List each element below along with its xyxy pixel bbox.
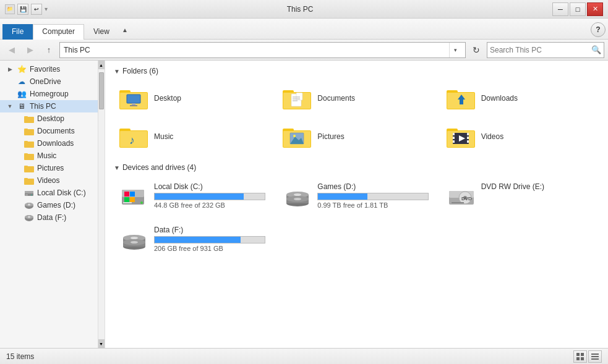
data-drive-icon	[119, 226, 149, 255]
address-dropdown-icon[interactable]: ▾	[449, 43, 461, 57]
drive-item-e[interactable]: DVD DVD RW Drive (E:)	[441, 178, 599, 216]
svg-rect-6	[24, 154, 34, 160]
drive-info-e: DVD RW Drive (E:)	[481, 182, 594, 191]
pictures-folder-icon	[283, 124, 312, 149]
music-folder-icon: ♪	[119, 124, 149, 149]
drives-grid: Local Disk (C:) 44.8 GB free of 232 GB	[114, 178, 599, 260]
address-bar[interactable]: This PC ▾	[59, 42, 466, 58]
svg-text:♪: ♪	[129, 134, 135, 146]
app-icon: 📁	[5, 4, 15, 14]
folder-item-videos[interactable]: Videos	[441, 120, 599, 153]
search-box[interactable]: 🔍	[487, 42, 604, 58]
favorites-icon: ⭐	[16, 65, 27, 74]
svg-rect-1	[24, 116, 28, 117]
refresh-button[interactable]: ↻	[468, 42, 484, 58]
ribbon: File Computer View ▲ ?	[0, 19, 608, 40]
svg-rect-7	[24, 153, 28, 154]
devices-header-label: Devices and drives (4)	[122, 163, 196, 172]
svg-point-18	[28, 204, 30, 206]
svg-rect-13	[25, 191, 33, 193]
sidebar-item-homegroup[interactable]: 👥 Homegroup	[0, 88, 98, 100]
drive-item-c[interactable]: Local Disk (C:) 44.8 GB free of 232 GB	[114, 178, 272, 216]
sidebar-item-localdisk[interactable]: Local Disk (C:)	[0, 187, 98, 199]
drive-item-d[interactable]: Games (D:) 0.99 TB free of 1.81 TB	[277, 178, 435, 216]
sidebar-label: Music	[37, 151, 56, 160]
scroll-thumb[interactable]	[99, 72, 104, 109]
drive-info-f: Data (F:) 206 GB free of 931 GB	[154, 226, 267, 252]
drive-info-d: Games (D:) 0.99 TB free of 1.81 TB	[317, 182, 430, 209]
local-disk-icon	[119, 182, 149, 212]
qat-undo[interactable]: ↩	[31, 4, 42, 15]
sidebar-item-onedrive[interactable]: ☁ OneDrive	[0, 75, 98, 88]
ribbon-collapse-icon[interactable]: ▲	[119, 22, 131, 37]
drive-icon	[24, 188, 35, 197]
scroll-down-button[interactable]: ▼	[98, 339, 105, 348]
svg-point-86	[131, 241, 138, 243]
folder-item-pictures[interactable]: Pictures	[277, 120, 435, 153]
tab-computer[interactable]: Computer	[33, 24, 84, 40]
search-input[interactable]	[490, 46, 591, 54]
svg-rect-65	[130, 192, 135, 197]
sidebar-item-pictures[interactable]: Pictures	[0, 162, 98, 174]
qat-save[interactable]: 💾	[17, 4, 28, 15]
sidebar-item-videos[interactable]: Videos	[0, 174, 98, 187]
maximize-button[interactable]: □	[570, 2, 586, 16]
help-button[interactable]: ?	[591, 22, 606, 37]
svg-text:DVD: DVD	[461, 196, 472, 201]
scroll-track	[98, 69, 105, 339]
sidebar-item-thispc[interactable]: ▼ 🖥 This PC	[0, 100, 98, 112]
svg-rect-90	[581, 357, 584, 360]
folders-section-header[interactable]: ▼ Folders (6)	[114, 67, 599, 75]
sidebar-item-documents[interactable]: Documents	[0, 125, 98, 137]
statusbar: 15 items	[0, 348, 608, 364]
back-button[interactable]: ◀	[4, 42, 20, 58]
sidebar-item-desktop[interactable]: Desktop	[0, 112, 98, 125]
sidebar-item-games[interactable]: Games (D:)	[0, 199, 98, 211]
svg-rect-4	[24, 142, 34, 148]
homegroup-icon: 👥	[16, 90, 27, 98]
minimize-button[interactable]: ─	[552, 2, 568, 16]
svg-rect-25	[127, 95, 140, 103]
folder-name: Downloads	[481, 94, 518, 103]
devices-section-header[interactable]: ▼ Devices and drives (4)	[114, 163, 599, 172]
folder-icon	[24, 176, 35, 185]
sidebar: ▶ ⭐ Favorites ☁ OneDrive 👥 Homegroup ▼ 🖥…	[0, 61, 98, 348]
svg-rect-2	[24, 129, 34, 135]
details-view-button[interactable]	[588, 350, 602, 363]
forward-button[interactable]: ▶	[22, 42, 38, 58]
folder-name: Videos	[481, 132, 503, 141]
sidebar-item-data[interactable]: Data (F:)	[0, 211, 98, 224]
view-icons	[573, 350, 602, 363]
drive-fill-c	[155, 193, 244, 200]
sidebar-label: Desktop	[37, 114, 64, 123]
sidebar-label: Videos	[37, 176, 59, 185]
sidebar-item-downloads[interactable]: Downloads	[0, 137, 98, 150]
svg-rect-8	[24, 166, 34, 172]
scroll-up-button[interactable]: ▲	[98, 61, 105, 69]
folder-icon	[24, 151, 35, 160]
folder-item-downloads[interactable]: Downloads	[441, 82, 599, 115]
tab-file[interactable]: File	[2, 24, 33, 40]
folder-item-desktop[interactable]: Desktop	[114, 82, 272, 115]
sidebar-item-favorites[interactable]: ▶ ⭐ Favorites	[0, 63, 98, 75]
sidebar-label: This PC	[30, 102, 56, 111]
address-text: This PC	[64, 46, 449, 54]
drive-size-c: 44.8 GB free of 232 GB	[154, 201, 267, 209]
tab-view[interactable]: View	[84, 24, 119, 40]
sidebar-label: Games (D:)	[37, 201, 75, 210]
svg-rect-55	[453, 137, 455, 139]
expand-icon: ▼	[6, 103, 14, 109]
onedrive-icon: ☁	[16, 77, 27, 86]
up-button[interactable]: ↑	[41, 42, 57, 58]
dvd-drive-icon: DVD	[447, 182, 476, 212]
close-button[interactable]: ✕	[587, 2, 603, 16]
sidebar-item-music[interactable]: Music	[0, 150, 98, 162]
search-icon: 🔍	[591, 45, 601, 54]
svg-rect-91	[591, 353, 599, 355]
large-icons-view-button[interactable]	[573, 350, 587, 363]
folder-item-documents[interactable]: Documents	[277, 82, 435, 115]
drive-item-f[interactable]: Data (F:) 206 GB free of 931 GB	[114, 221, 272, 260]
svg-rect-59	[467, 140, 469, 143]
sidebar-scrollbar[interactable]: ▲ ▼	[98, 61, 105, 348]
folder-item-music[interactable]: ♪ Music	[114, 120, 272, 153]
